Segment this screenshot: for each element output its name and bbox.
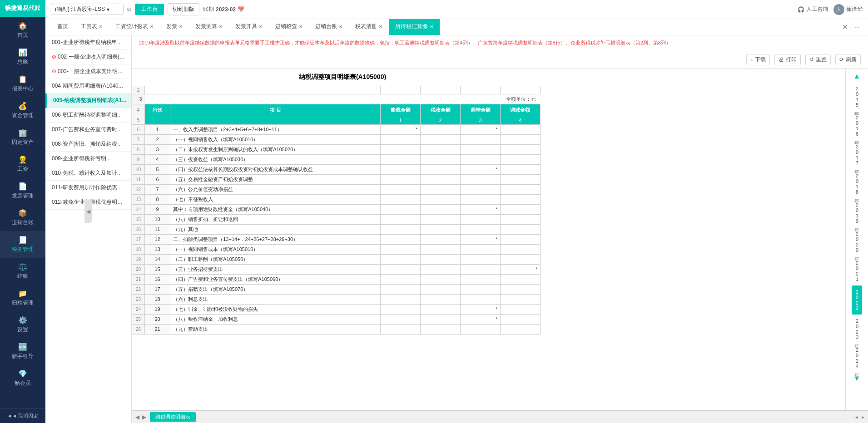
f-cell[interactable]: [500, 244, 540, 254]
d-cell[interactable]: [421, 234, 461, 244]
hang-ci-cell[interactable]: 8: [145, 194, 170, 204]
d-cell[interactable]: [421, 214, 461, 224]
e-cell[interactable]: [461, 214, 501, 224]
f-cell[interactable]: [500, 274, 540, 284]
left-panel-item[interactable]: 004-期间费用明细表(A1040...: [45, 79, 131, 93]
f-cell[interactable]: [500, 324, 540, 334]
hang-ci-cell[interactable]: 21: [145, 324, 170, 334]
hang-ci-cell[interactable]: 17: [145, 284, 170, 294]
f-cell[interactable]: [500, 184, 540, 194]
left-panel-item[interactable]: 010-免税、减计收入及加计...: [45, 166, 131, 181]
year-down-button[interactable]: ▼: [852, 373, 863, 384]
hang-ci-cell[interactable]: 16: [145, 274, 170, 284]
hang-ci-cell[interactable]: 13: [145, 244, 170, 254]
d-cell[interactable]: [421, 314, 461, 324]
hang-ci-cell[interactable]: 3: [145, 144, 170, 154]
bottom-nav-right[interactable]: ▶: [142, 414, 146, 420]
year-item-2015年[interactable]: 2015年: [852, 82, 862, 111]
year-item-2019年[interactable]: 2019年: [852, 198, 862, 227]
left-panel-item[interactable]: 006-职工薪酬纳税调整明细...: [45, 108, 131, 123]
d-cell[interactable]: [421, 164, 461, 174]
d-cell[interactable]: [421, 274, 461, 284]
c-cell[interactable]: [381, 164, 421, 174]
sidebar-item-报表中心[interactable]: 📋报表中心: [0, 70, 45, 97]
c-cell[interactable]: [381, 304, 421, 314]
item-label-cell[interactable]: （四）按权益法核算长期股权投资对初始投资成本调整确认收益: [170, 164, 381, 174]
c-cell[interactable]: [381, 294, 421, 304]
left-panel-item[interactable]: 009-企业所得税补亏明...: [45, 152, 131, 166]
refresh-button[interactable]: ⟳ 刷新: [835, 54, 861, 65]
reset-button[interactable]: ↺ 重置: [805, 54, 831, 65]
tab-进销台账[interactable]: 进销台账 ✕: [309, 19, 349, 35]
c-cell[interactable]: [381, 174, 421, 184]
e-cell[interactable]: [461, 184, 501, 194]
left-panel-item[interactable]: 008-资产折旧、摊销及纳税...: [45, 137, 131, 152]
sidebar-item-设置[interactable]: ⚙️设置: [0, 311, 45, 338]
tab-close-icon[interactable]: ✕: [150, 24, 154, 29]
f-cell[interactable]: [500, 124, 540, 134]
c-cell[interactable]: [381, 324, 421, 334]
f-cell[interactable]: [500, 204, 540, 214]
tab-发票开具[interactable]: 发票开具 ✕: [229, 19, 269, 35]
hang-ci-cell[interactable]: 2: [145, 134, 170, 144]
f-cell[interactable]: [500, 234, 540, 244]
left-panel-item[interactable]: 011-研发费用加计扣除优惠...: [45, 181, 131, 195]
unpin-sidebar-button[interactable]: ◄◄ 取消固定: [0, 408, 45, 423]
hang-ci-cell[interactable]: 6: [145, 174, 170, 184]
item-label-cell[interactable]: 其中：专项用途财政性资金（填写A105040）: [170, 204, 381, 214]
item-label-cell[interactable]: （一）视同销售成本（填写A105010）: [170, 244, 381, 254]
f-cell[interactable]: [500, 254, 540, 264]
c-cell[interactable]: [381, 254, 421, 264]
item-label-cell[interactable]: （六）公允价值变动净损益: [170, 184, 381, 194]
tab-close-icon[interactable]: ✕: [259, 24, 263, 29]
e-cell[interactable]: [461, 144, 501, 154]
item-label-cell[interactable]: （八）销售折扣、折让和退回: [170, 214, 381, 224]
e-cell[interactable]: *: [461, 204, 501, 214]
e-cell[interactable]: [461, 194, 501, 204]
item-label-cell[interactable]: （七）罚金、罚款和被没收财物的损失: [170, 304, 381, 314]
scroll-left-icon[interactable]: ◂: [855, 414, 858, 420]
sidebar-item-工资[interactable]: 👷工资: [0, 151, 45, 177]
c-cell[interactable]: [381, 144, 421, 154]
year-item-2023年[interactable]: 2023年: [852, 315, 862, 344]
d-cell[interactable]: [421, 294, 461, 304]
d-cell[interactable]: [421, 324, 461, 334]
c-cell[interactable]: *: [381, 124, 421, 134]
c-cell[interactable]: [381, 274, 421, 284]
year-item-2021年[interactable]: 2021年: [852, 256, 862, 285]
hang-ci-cell[interactable]: 7: [145, 184, 170, 194]
tab-发票测算[interactable]: 发票测算 ✕: [189, 19, 229, 35]
d-cell[interactable]: [421, 144, 461, 154]
hang-ci-cell[interactable]: 5: [145, 164, 170, 174]
c-cell[interactable]: [381, 194, 421, 204]
d-cell[interactable]: [421, 134, 461, 144]
f-cell[interactable]: [500, 214, 540, 224]
item-label-cell[interactable]: 一、收入类调整项目（2+3+4+5+6+7+8+10+11）: [170, 124, 381, 134]
d-cell[interactable]: [421, 224, 461, 234]
workbench-button[interactable]: 工作台: [135, 4, 164, 15]
spreadsheet-wrapper[interactable]: 纳税调整项目明细表(A105000)23全额单位：元4行次项 目账载全额税收全额…: [132, 69, 845, 410]
sidebar-item-新手引导[interactable]: 🆕新手引导: [0, 338, 45, 365]
c-cell[interactable]: [381, 204, 421, 214]
e-cell[interactable]: [461, 224, 501, 234]
copy-icon[interactable]: ⧉: [127, 6, 131, 13]
item-label-cell[interactable]: （一）视同销售收入（填写A105010）: [170, 134, 381, 144]
item-label-cell[interactable]: （六）利息支出: [170, 294, 381, 304]
e-cell[interactable]: [461, 294, 501, 304]
f-cell[interactable]: [500, 294, 540, 304]
e-cell[interactable]: *: [461, 234, 501, 244]
f-cell[interactable]: [500, 144, 540, 154]
hang-ci-cell[interactable]: 12: [145, 234, 170, 244]
item-label-cell[interactable]: （二）职工薪酬（填写A105050）: [170, 254, 381, 264]
f-cell[interactable]: [500, 194, 540, 204]
left-panel-item[interactable]: 005-纳税调整项目明细表(A1...: [45, 93, 131, 108]
tab-close-icon[interactable]: ✕: [99, 24, 103, 29]
c-cell[interactable]: [381, 154, 421, 164]
tab-所得税汇算缴[interactable]: 所得税汇算缴 ✕: [389, 19, 440, 35]
item-label-cell[interactable]: （九）其他: [170, 224, 381, 234]
e-cell[interactable]: *: [461, 124, 501, 134]
f-cell[interactable]: [500, 284, 540, 294]
left-panel-item[interactable]: 001-企业所得税年度纳税申...: [45, 35, 131, 50]
f-cell[interactable]: [500, 314, 540, 324]
item-label-cell[interactable]: （四）广告费和业务宣传费支出（填写A105060）: [170, 274, 381, 284]
